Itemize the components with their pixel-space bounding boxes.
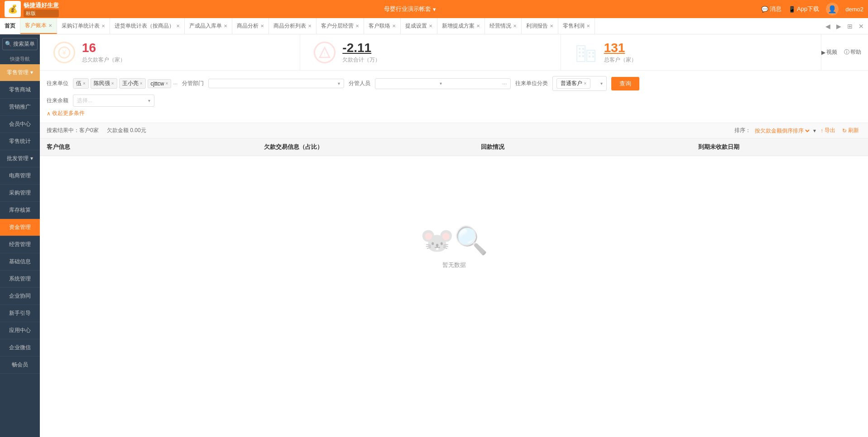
sidebar-item-basic-info-label: 基础信息 <box>9 258 31 265</box>
tab-goods-analysis-label: 商品分析 <box>237 22 259 30</box>
user-avatar[interactable]: 👤 <box>826 3 839 15</box>
video-btn[interactable]: ▶ 视频 <box>821 48 837 56</box>
svg-text:¥: ¥ <box>62 49 66 56</box>
search-menu-btn[interactable]: 🔍 搜索菜单 <box>2 38 38 50</box>
table-header: 客户信息 欠款交易信息（占比） 回款情况 到期未收款日期 <box>40 138 868 156</box>
unit-type-select[interactable]: 普通客户 × ▾ <box>552 76 607 91</box>
tab-profit[interactable]: 利润报告 ✕ <box>522 18 558 34</box>
tab-goods-analysis[interactable]: 商品分析 ✕ <box>232 18 269 34</box>
sidebar-item-operation[interactable]: 经营管理 <box>0 236 40 253</box>
tab-customer-layer-close[interactable]: ✕ <box>355 24 359 28</box>
tab-operation[interactable]: 经营情况 ✕ <box>485 18 522 34</box>
tab-next-btn[interactable]: ▶ <box>834 22 843 31</box>
sidebar-item-member[interactable]: 会员中心 <box>0 116 40 133</box>
dept-select[interactable]: ▾ <box>208 79 344 88</box>
quick-nav-label[interactable]: 快捷导航 <box>0 54 40 64</box>
empty-text: 暂无数据 <box>442 261 466 269</box>
sidebar-item-wholesale[interactable]: 批发管理 ▾ <box>0 150 40 167</box>
unit-tag-0-close[interactable]: × <box>83 81 86 86</box>
query-button[interactable]: 查询 <box>611 77 639 90</box>
tab-retail-profit-label: 零售利润 <box>563 22 585 30</box>
filter-area: 往来单位 伍 × 陈民强 × 王小亮 × cjttcw <box>40 71 868 123</box>
search-result-text: 搜索结果中：客户0家 <box>47 127 99 133</box>
help-btn[interactable]: ⓘ 帮助 <box>844 48 861 56</box>
tab-production[interactable]: 产成品入库单 ✕ <box>185 18 232 34</box>
messages-btn[interactable]: 💬 消息 <box>761 5 782 13</box>
balance-select[interactable]: 选择... ▾ <box>73 95 154 107</box>
export-btn[interactable]: ↑ 导出 <box>818 126 838 135</box>
tab-commission-settings-label: 提成设置 <box>405 22 427 30</box>
unit-tag-2-close[interactable]: × <box>140 81 143 86</box>
stat-icon-debtors: ¥ <box>53 42 75 63</box>
tab-commission-settings-close[interactable]: ✕ <box>429 24 432 28</box>
tab-purchase-order-close[interactable]: ✕ <box>101 24 105 28</box>
sidebar-item-basic-info[interactable]: 基础信息 <box>0 253 40 271</box>
stats-row: ¥ 16 总欠款客户（家） ! -2.11 欠款合计 <box>40 34 868 71</box>
sort-area: 排序： 按欠款金额倒序排序 ▾ ↑ 导出 ↻ 刷新 <box>734 126 861 135</box>
tab-close-all-btn[interactable]: ✕ <box>857 22 866 31</box>
sidebar-item-retail[interactable]: 零售管理 ▾ <box>0 64 40 81</box>
sidebar-item-retail-stat-label: 零售统计 <box>9 138 31 144</box>
more-tags-btn[interactable]: ··· <box>173 81 177 87</box>
sidebar-item-retail-mall[interactable]: 零售商城 <box>0 81 40 99</box>
sidebar: 🔍 搜索菜单 快捷导航 零售管理 ▾ 零售商城 营销推广 会员中心 零售统计 批… <box>0 34 40 437</box>
tab-new-scheme-close[interactable]: ✕ <box>476 24 480 28</box>
svg-rect-6 <box>579 48 580 50</box>
sidebar-item-wechat[interactable]: 企业微信 <box>0 339 40 356</box>
unit-tag-3-close[interactable]: × <box>166 81 168 86</box>
sidebar-item-guide[interactable]: 新手引导 <box>0 305 40 322</box>
unit-tag-1-close[interactable]: × <box>111 81 114 86</box>
col-repayment: 回款情况 <box>481 143 698 151</box>
filter-row-1: 往来单位 伍 × 陈民强 × 王小亮 × cjttcw <box>47 76 861 91</box>
sort-select[interactable]: 按欠款金额倒序排序 <box>753 127 811 134</box>
sidebar-item-system[interactable]: 系统管理 <box>0 271 40 288</box>
svg-rect-9 <box>582 52 584 53</box>
tab-accounts-close[interactable]: ✕ <box>48 23 52 28</box>
version-badge: 标版 <box>24 10 59 17</box>
tab-commission-settings[interactable]: 提成设置 ✕ <box>401 18 437 34</box>
tab-production-close[interactable]: ✕ <box>224 24 227 28</box>
tab-goods-list[interactable]: 商品分析列表 ✕ <box>269 18 317 34</box>
tab-accounts[interactable]: 客户账本 ✕ <box>20 18 57 34</box>
tab-expand-btn[interactable]: ⊞ <box>845 22 854 31</box>
refresh-btn[interactable]: ↻ 刷新 <box>840 126 861 135</box>
tab-stock-stat[interactable]: 进货单统计表（按商品） ✕ <box>110 18 185 34</box>
tab-purchase-order[interactable]: 采购订单统计表 ✕ <box>57 18 110 34</box>
export-icon: ↑ <box>820 128 823 134</box>
tab-goods-list-close[interactable]: ✕ <box>308 24 312 28</box>
tab-profit-close[interactable]: ✕ <box>550 24 553 28</box>
tab-retail-profit-close[interactable]: ✕ <box>586 24 590 28</box>
sidebar-item-app-center-label: 应用中心 <box>9 327 31 333</box>
tab-new-scheme[interactable]: 新增提成方案 ✕ <box>437 18 485 34</box>
collapse-btn[interactable]: ∧ 收起更多条件 <box>47 109 861 117</box>
table-body: 🐭🔍 暂无数据 <box>40 156 868 337</box>
sidebar-item-ecommerce[interactable]: 电商管理 <box>0 167 40 185</box>
store-selector[interactable]: 母婴行业演示帐套 ▾ <box>384 5 436 13</box>
app-download-btn[interactable]: 📱 App下载 <box>788 5 819 13</box>
sidebar-item-purchase[interactable]: 采购管理 <box>0 185 40 202</box>
tab-retail-profit[interactable]: 零售利润 ✕ <box>558 18 595 34</box>
tab-purchase-order-label: 采购订单统计表 <box>62 22 100 30</box>
user-name[interactable]: demo2 <box>845 6 863 13</box>
sidebar-item-cooperation[interactable]: 企业协同 <box>0 288 40 305</box>
tab-goods-analysis-close[interactable]: ✕ <box>260 24 264 28</box>
tab-stock-stat-close[interactable]: ✕ <box>176 24 180 28</box>
sidebar-item-member2[interactable]: 畅会员 <box>0 356 40 374</box>
tab-operation-close[interactable]: ✕ <box>513 24 517 28</box>
search-result-info: 搜索结果中：客户0家 欠款金额 0.00元 <box>47 127 734 134</box>
sidebar-item-retail-stat[interactable]: 零售统计 <box>0 133 40 150</box>
tab-home[interactable]: 首页 <box>0 18 20 34</box>
tab-customer-layer[interactable]: 客户分层经营 ✕ <box>317 18 364 34</box>
unit-tags: 伍 × 陈民强 × 王小亮 × cjttcw × ··· <box>73 78 177 89</box>
tab-customer-contact-close[interactable]: ✕ <box>392 24 396 28</box>
tab-customer-contact[interactable]: 客户联络 ✕ <box>364 18 401 34</box>
unit-type-tag-close[interactable]: × <box>584 81 586 86</box>
sidebar-item-app-center[interactable]: 应用中心 <box>0 322 40 339</box>
collapse-up-icon: ∧ <box>47 110 51 117</box>
sidebar-item-marketing[interactable]: 营销推广 <box>0 99 40 116</box>
sidebar-item-inventory[interactable]: 库存核算 <box>0 202 40 219</box>
sidebar-item-finance[interactable]: 资金管理 <box>0 219 40 236</box>
tab-prev-btn[interactable]: ◀ <box>824 22 832 31</box>
person-select[interactable]: ▾ ··· <box>375 78 511 89</box>
svg-rect-12 <box>589 52 590 54</box>
